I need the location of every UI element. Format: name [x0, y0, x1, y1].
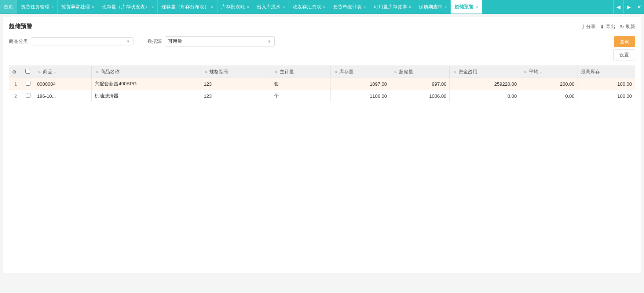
query-button[interactable]: 查询	[614, 36, 635, 47]
row-checkbox-cell	[22, 78, 34, 90]
data-source-filter: 数据源 可用量 ▼	[147, 36, 275, 47]
close-icon[interactable]: ×	[475, 5, 477, 9]
cell-overstock: 1006.00	[390, 90, 450, 102]
cell-max-stock: 100.00	[578, 90, 635, 102]
cell-max-stock: 100.00	[578, 78, 635, 90]
cell-product-name: 六配套新昌490BPG	[92, 78, 201, 90]
table-body: 1 0000004 六配套新昌490BPG 123 套 1097.00 997.…	[9, 78, 635, 102]
refresh-button[interactable]: ↻ 刷新	[620, 23, 635, 30]
chevron-down-icon: ▼	[267, 39, 271, 44]
nav-item-home[interactable]: 首页	[0, 0, 17, 14]
close-icon[interactable]: ×	[92, 5, 94, 9]
nav-arrows: ◀ ▶ ✕	[613, 0, 644, 14]
column-max-stock: 最高库存	[578, 66, 635, 78]
nav-item-quality-check[interactable]: 保质期查询 ×	[415, 0, 451, 14]
nav-item-inventory-status[interactable]: 现存量（库存状况表） ×	[98, 0, 158, 14]
column-capital[interactable]: ⇅ 资金占用	[450, 66, 520, 78]
nav-close-all-button[interactable]: ✕	[634, 0, 644, 14]
column-overstock[interactable]: ⇅ 超储量	[390, 66, 450, 78]
row-checkbox[interactable]	[26, 81, 30, 86]
close-icon[interactable]: ×	[323, 5, 325, 9]
cell-product-code: 186-10...	[34, 90, 92, 102]
nav-item-inventory-dist[interactable]: 现存量（库存分布表） ×	[158, 0, 217, 14]
nav-bar: 首页 拣货任务管理 × 拣货异常处理 × 现存量（库存状况表） × 现存量（库存…	[0, 0, 644, 14]
cell-spec: 123	[201, 78, 271, 90]
close-icon[interactable]: ×	[282, 5, 285, 9]
sort-icon: ⇅	[524, 70, 527, 74]
column-select-all	[22, 66, 34, 78]
select-all-checkbox[interactable]	[25, 69, 30, 74]
page-title: 超储预警	[9, 23, 32, 30]
nav-item-overstock-warning[interactable]: 超储预警 ×	[451, 0, 482, 14]
sort-icon: ⇅	[95, 70, 98, 74]
row-number: 2	[9, 90, 22, 102]
table-row: 1 0000004 六配套新昌490BPG 123 套 1097.00 997.…	[9, 78, 635, 90]
nav-item-order-stat[interactable]: 要货单统计表 ×	[329, 0, 370, 14]
cell-avg: 260.00	[520, 78, 578, 90]
refresh-icon: ↻	[620, 24, 624, 30]
page-container: 超储预警 ⤴ 分享 ⬇ 导出 ↻ 刷新 商品分类 ▼	[3, 17, 641, 273]
share-icon: ⤴	[582, 24, 585, 30]
page-header: 超储预警 ⤴ 分享 ⬇ 导出 ↻ 刷新	[9, 23, 635, 30]
sort-icon: ⇅	[205, 70, 208, 74]
nav-item-task-mgmt[interactable]: 拣货任务管理 ×	[17, 0, 58, 14]
sort-icon: ⇅	[394, 70, 397, 74]
cell-unit: 套	[271, 78, 330, 90]
column-stock[interactable]: ⇅ 库存量	[330, 66, 390, 78]
cell-product-name: 机油滤清器	[92, 90, 201, 102]
chevron-down-icon: ▼	[126, 39, 130, 44]
nav-next-button[interactable]: ▶	[623, 0, 634, 14]
settings-button[interactable]: 设置	[613, 49, 635, 60]
column-product-name[interactable]: ⇅ 商品名称	[92, 66, 201, 78]
export-button[interactable]: ⬇ 导出	[600, 23, 615, 30]
product-category-filter: 商品分类 ▼	[9, 37, 133, 45]
data-source-label: 数据源	[147, 38, 162, 45]
table-row: 2 186-10... 机油滤清器 123 个 1106.00 1006.00 …	[9, 90, 635, 102]
sort-icon: ⇅	[275, 70, 278, 74]
close-icon[interactable]: ×	[409, 5, 411, 9]
cell-capital: 0.00	[450, 90, 520, 102]
product-category-select[interactable]: ▼	[31, 37, 133, 45]
column-spec[interactable]: ⇅ 规格型号	[201, 66, 271, 78]
sort-icon: ⇅	[453, 70, 456, 74]
nav-item-batch-account[interactable]: 库存批次账 ×	[217, 0, 253, 14]
close-icon[interactable]: ×	[211, 5, 213, 9]
close-icon[interactable]: ×	[51, 5, 54, 9]
cell-capital: 259220.00	[450, 78, 520, 90]
cell-stock: 1106.00	[330, 90, 390, 102]
data-source-select[interactable]: 可用量 ▼	[165, 36, 275, 47]
nav-prev-button[interactable]: ◀	[613, 0, 623, 14]
close-icon[interactable]: ×	[363, 5, 366, 9]
row-number: 1	[9, 78, 22, 90]
nav-item-inout-flow[interactable]: 出入库流水 ×	[253, 0, 289, 14]
share-button[interactable]: ⤴ 分享	[582, 23, 596, 30]
close-icon[interactable]: ×	[151, 5, 154, 9]
nav-item-available-account[interactable]: 可用量库存账本 ×	[370, 0, 415, 14]
cell-product-code: 0000004	[34, 78, 92, 90]
close-icon[interactable]: ×	[247, 5, 249, 9]
row-checkbox[interactable]	[26, 93, 30, 98]
close-icon[interactable]: ×	[444, 5, 447, 9]
column-gear[interactable]: ⚙	[9, 66, 22, 78]
cell-overstock: 997.00	[390, 78, 450, 90]
data-table: ⚙ ⇅ 商品... ⇅ 商品名称 ⇅ 规格型号 ⇅	[9, 66, 635, 102]
nav-item-abnormal[interactable]: 拣货异常处理 ×	[58, 0, 98, 14]
product-category-label: 商品分类	[9, 38, 28, 45]
table-header: ⚙ ⇅ 商品... ⇅ 商品名称 ⇅ 规格型号 ⇅	[9, 66, 635, 78]
export-icon: ⬇	[600, 24, 604, 30]
column-avg[interactable]: ⇅ 平均...	[520, 66, 578, 78]
cell-stock: 1097.00	[330, 78, 390, 90]
sort-icon: ⇅	[38, 70, 41, 74]
cell-avg: 0.00	[520, 90, 578, 102]
cell-unit: 个	[271, 90, 330, 102]
gear-icon: ⚙	[12, 69, 17, 75]
column-unit[interactable]: ⇅ 主计量	[271, 66, 330, 78]
page-actions: ⤴ 分享 ⬇ 导出 ↻ 刷新	[582, 23, 635, 30]
sort-icon: ⇅	[334, 70, 337, 74]
column-product-code[interactable]: ⇅ 商品...	[34, 66, 92, 78]
row-checkbox-cell	[22, 90, 34, 102]
nav-item-receive-send[interactable]: 收发存汇总表 ×	[289, 0, 329, 14]
cell-spec: 123	[201, 90, 271, 102]
